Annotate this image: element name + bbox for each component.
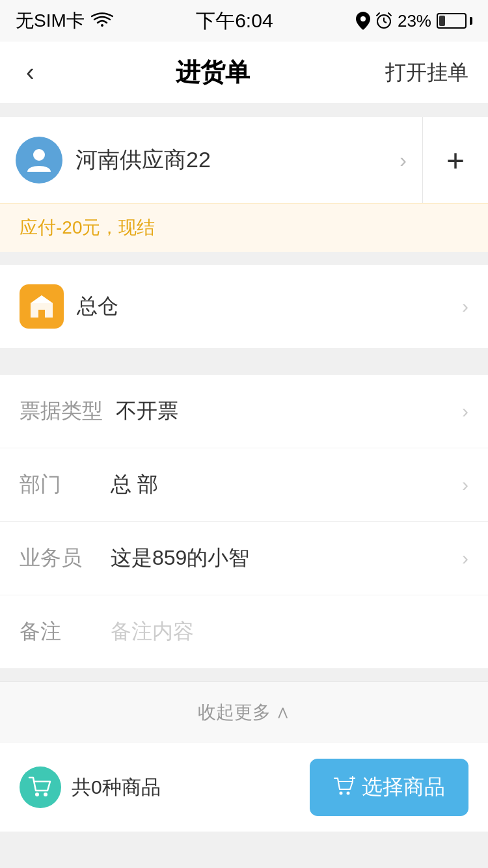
person-icon <box>25 146 53 174</box>
alarm-icon <box>375 12 392 30</box>
warehouse-selector[interactable]: 总仓 › <box>0 265 488 349</box>
carrier-label: 无SIM卡 <box>16 8 85 33</box>
supplier-selector[interactable]: 河南供应商22 › <box>0 117 423 203</box>
supplier-chevron-icon: › <box>400 148 407 172</box>
invoice-type-value: 不开票 <box>103 397 462 426</box>
svg-point-8 <box>340 792 343 795</box>
svg-point-9 <box>347 792 350 795</box>
product-count-icon-bg <box>20 766 61 808</box>
status-bar-time: 下午6:04 <box>196 8 273 34</box>
select-product-button[interactable]: 选择商品 <box>310 759 468 816</box>
salesperson-label: 业务员 <box>20 544 98 573</box>
supplier-section: 河南供应商22 › + <box>0 117 488 203</box>
add-supplier-button[interactable]: + <box>423 117 488 203</box>
salesperson-row[interactable]: 业务员 这是859的小智 › <box>0 522 488 595</box>
notice-banner: 应付-20元，现结 <box>0 203 488 252</box>
invoice-type-label: 票据类型 <box>20 397 103 426</box>
battery-icon <box>437 13 472 29</box>
notice-text: 应付-20元，现结 <box>20 217 155 237</box>
supplier-avatar <box>16 137 62 183</box>
svg-point-0 <box>360 16 366 21</box>
location-icon <box>356 12 370 30</box>
salesperson-chevron-icon: › <box>462 547 468 569</box>
warehouse-icon-bg <box>20 284 64 329</box>
section-gap-2 <box>0 252 488 265</box>
warehouse-label: 总仓 <box>77 292 462 321</box>
section-gap-3 <box>0 349 488 362</box>
warehouse-chevron-icon: › <box>462 295 468 318</box>
invoice-type-row[interactable]: 票据类型 不开票 › <box>0 375 488 448</box>
page-title: 进货单 <box>176 56 250 89</box>
cart-plus-icon <box>333 776 355 798</box>
open-pending-button[interactable]: 打开挂单 <box>385 59 468 87</box>
nav-bar: ‹ 进货单 打开挂单 <box>0 42 488 104</box>
svg-point-7 <box>44 793 47 796</box>
svg-point-4 <box>33 149 45 161</box>
department-row[interactable]: 部门 总 部 › <box>0 448 488 522</box>
svg-line-3 <box>384 21 386 23</box>
remark-input[interactable]: 备注内容 <box>98 617 468 646</box>
invoice-type-chevron-icon: › <box>462 400 468 422</box>
remark-label: 备注 <box>20 617 98 646</box>
status-bar: 无SIM卡 下午6:04 23% <box>0 0 488 42</box>
department-value: 总 部 <box>98 470 462 499</box>
battery-percent: 23% <box>398 11 431 31</box>
status-bar-left: 无SIM卡 <box>16 8 113 33</box>
salesperson-value: 这是859的小智 <box>98 544 462 573</box>
section-gap-1 <box>0 104 488 117</box>
department-label: 部门 <box>20 470 98 499</box>
cart-icon <box>28 775 53 800</box>
warehouse-icon <box>28 293 55 320</box>
bottom-bar: 共0种商品 选择商品 <box>0 743 488 832</box>
back-button[interactable]: ‹ <box>20 52 41 93</box>
page-background <box>0 832 488 868</box>
department-chevron-icon: › <box>462 474 468 496</box>
collapse-label: 收起更多 ∧ <box>198 700 291 725</box>
svg-rect-5 <box>38 310 45 318</box>
remark-row[interactable]: 备注 备注内容 <box>0 595 488 668</box>
status-bar-right: 23% <box>356 11 472 31</box>
svg-point-6 <box>35 793 39 796</box>
supplier-name: 河南供应商22 <box>75 145 393 175</box>
form-fields-section: 票据类型 不开票 › 部门 总 部 › 业务员 这是859的小智 › 备注 备注… <box>0 375 488 668</box>
collapse-button[interactable]: 收起更多 ∧ <box>0 681 488 743</box>
select-product-label: 选择商品 <box>362 773 445 802</box>
wifi-icon <box>91 12 113 29</box>
product-count-text: 共0种商品 <box>72 774 310 801</box>
